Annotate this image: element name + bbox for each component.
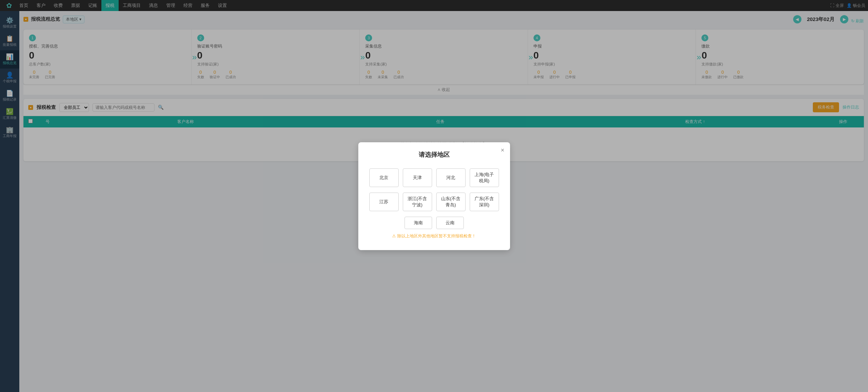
region-btn-zhejiang[interactable]: 浙江(不含宁波) (403, 193, 432, 211)
region-btn-yunnan[interactable]: 云南 (436, 217, 464, 229)
region-btn-jiangsu[interactable]: 江苏 (369, 193, 399, 211)
warning-text: 除以上地区外其他地区暂不支持报税检查！ (397, 233, 476, 239)
region-btn-shanghai[interactable]: 上海(电子税局) (470, 168, 499, 187)
region-btn-guangdong[interactable]: 广东(不含深圳) (470, 193, 499, 211)
warning-icon: ⚠ (392, 234, 396, 238)
modal-title: 请选择地区 (369, 151, 499, 159)
region-btn-hebei[interactable]: 河北 (436, 168, 466, 187)
region-btn-beijing[interactable]: 北京 (369, 168, 399, 187)
region-btn-shandong[interactable]: 山东(不含青岛) (436, 193, 466, 211)
region-grid-row1: 北京 天津 河北 上海(电子税局) (369, 168, 499, 187)
modal-close-button[interactable]: × (501, 147, 505, 153)
region-select-modal: × 请选择地区 北京 天津 河北 上海(电子税局) 江苏 浙江(不含宁波) 山东… (358, 142, 510, 250)
region-btn-tianjin[interactable]: 天津 (403, 168, 432, 187)
modal-overlay: × 请选择地区 北京 天津 河北 上海(电子税局) 江苏 浙江(不含宁波) 山东… (0, 0, 868, 392)
region-grid-row2: 江苏 浙江(不含宁波) 山东(不含青岛) 广东(不含深圳) (369, 193, 499, 211)
region-btn-hainan[interactable]: 海南 (405, 217, 432, 229)
region-grid-row3: 海南 云南 (369, 217, 499, 229)
modal-warning: ⚠ 除以上地区外其他地区暂不支持报税检查！ (369, 233, 499, 239)
